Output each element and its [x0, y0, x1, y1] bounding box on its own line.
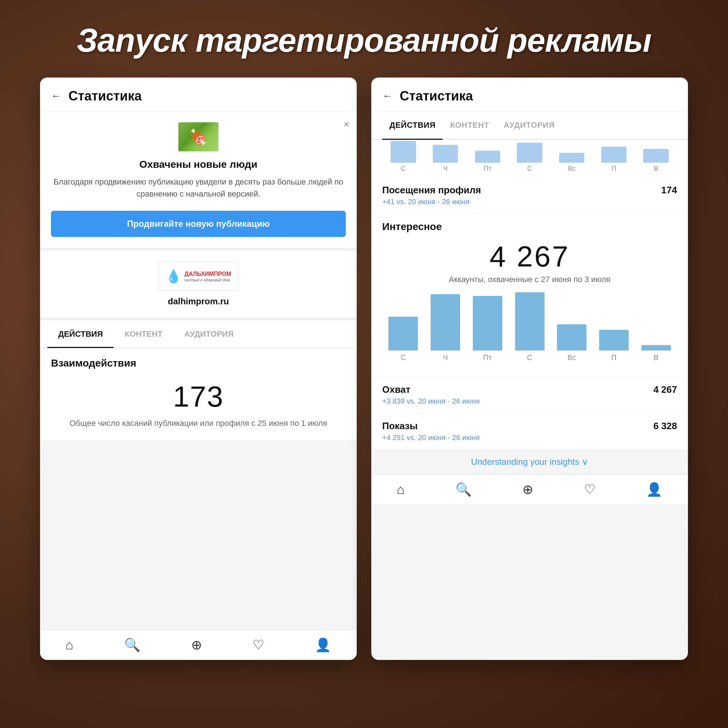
top-bar-label: Вс	[568, 165, 575, 173]
top-bar-col: Ч	[424, 145, 466, 173]
nav-profile-2[interactable]: 👤	[646, 482, 662, 497]
top-chart: СЧПтСВсПВ	[371, 140, 688, 177]
reach-bar-col: Ч	[424, 294, 466, 362]
promo-image: 🍖	[178, 122, 219, 151]
screen-header-1: ← Статистика	[40, 78, 357, 112]
company-logo-inner: 💧 ДАЛЬХИМПРОМ чистый и здоровый дом	[166, 269, 231, 284]
interactions-section: Взаимодействия 173 Общее число касаний п…	[40, 348, 357, 440]
interactions-description: Общее число касаний публикации или профи…	[40, 417, 357, 429]
profile-visits-row: Посещения профиля 174 +41 vs. 20 июня - …	[371, 177, 688, 214]
tab-content-2[interactable]: КОНТЕНТ	[443, 112, 496, 139]
reach-bar-label: Вс	[567, 353, 576, 362]
top-bar	[391, 141, 416, 163]
nav-home-2[interactable]: ⌂	[397, 482, 405, 497]
nav-search-1[interactable]: 🔍	[124, 637, 141, 653]
reach-bar	[431, 294, 460, 350]
profile-visits-title: Посещения профиля 174	[382, 185, 677, 196]
top-bar	[643, 149, 668, 163]
reach-bar	[557, 324, 586, 350]
nav-add-1[interactable]: ⊕	[191, 637, 202, 653]
nav-profile-1[interactable]: 👤	[315, 637, 331, 653]
reach-bar	[388, 317, 418, 350]
bottom-nav-2: ⌂ 🔍 ⊕ ♡ 👤	[371, 474, 688, 505]
phones-container: ← Статистика × 🍖 Охвачены новые люди Бла…	[0, 78, 728, 660]
top-bar-label: П	[612, 165, 616, 173]
reach-bar-col: Вс	[551, 324, 593, 362]
impressions-stat-row: Показы 6 328 +4 251 vs. 20 июня - 26 июн…	[371, 413, 688, 450]
top-bar-col: В	[635, 149, 677, 173]
reach-bar-label: С	[527, 353, 532, 362]
promo-heading: Охвачены новые люди	[51, 159, 346, 170]
reach-number: 4 267	[382, 240, 677, 273]
company-section: 💧 ДАЛЬХИМПРОМ чистый и здоровый дом dalh…	[40, 251, 357, 320]
reach-stat-row: Охват 4 267 +3 839 vs. 20 июня - 26 июня	[371, 377, 688, 413]
top-bar-label: Ч	[444, 165, 448, 173]
screen-header-2: ← Статистика	[371, 78, 688, 112]
tab-actions-2[interactable]: ДЕЙСТВИЯ	[382, 112, 443, 139]
promote-button[interactable]: Продвигайте новую публикацию	[51, 211, 346, 237]
back-arrow-1[interactable]: ←	[51, 90, 61, 102]
profile-visits-value: 174	[661, 185, 677, 196]
top-bar-label: Пт	[484, 165, 491, 173]
reach-bar-col: С	[382, 317, 424, 362]
top-bar	[433, 145, 458, 163]
nav-like-2[interactable]: ♡	[584, 482, 595, 497]
top-bar-label: С	[401, 165, 405, 173]
company-subtitle: чистый и здоровый дом	[185, 278, 231, 282]
tab-audience-2[interactable]: АУДИТОРИЯ	[497, 112, 562, 139]
company-url[interactable]: dalhimprom.ru	[168, 296, 229, 306]
top-bar	[559, 153, 584, 163]
close-button[interactable]: ×	[344, 119, 349, 130]
top-bar-label: С	[528, 165, 532, 173]
back-arrow-2[interactable]: ←	[382, 90, 392, 102]
reach-stat-title: Охват 4 267	[382, 384, 677, 395]
reach-stat-label: Охват	[382, 384, 411, 395]
nav-search-2[interactable]: 🔍	[455, 482, 472, 497]
page-title: Запуск таргетированной рекламы	[0, 0, 728, 78]
reach-stat-value: 4 267	[653, 384, 677, 395]
nav-home-1[interactable]: ⌂	[66, 637, 73, 653]
top-bar	[601, 147, 626, 163]
reach-bar-col: Пт	[466, 296, 509, 362]
reach-description: Аккаунты, охваченные с 27 июня по 3 июля	[382, 273, 677, 285]
company-name: ДАЛЬХИМПРОМ	[185, 271, 231, 277]
profile-visits-label: Посещения профиля	[382, 185, 481, 196]
reach-bar-label: П	[611, 353, 616, 362]
reach-bar-col: С	[509, 292, 551, 362]
reach-stat-comparison: +3 839 vs. 20 июня - 26 июня	[382, 397, 677, 405]
tabs-bar-2: ДЕЙСТВИЯ КОНТЕНТ АУДИТОРИЯ	[371, 112, 688, 140]
interactions-number: 173	[40, 373, 357, 417]
reach-bar-label: Пт	[483, 353, 492, 362]
reach-bar	[473, 296, 502, 350]
reach-bar-label: С	[401, 353, 406, 362]
interactions-title: Взаимодействия	[40, 348, 357, 373]
reach-bar	[599, 330, 629, 350]
top-bar-col: Пт	[466, 151, 509, 173]
reach-bar-label: В	[654, 353, 658, 362]
tab-audience-1[interactable]: АУДИТОРИЯ	[173, 320, 244, 348]
reach-section-title: Интересное	[382, 221, 677, 232]
profile-visits-comparison: +41 vs. 20 июня - 26 июня	[382, 198, 677, 206]
reach-bar-col: В	[635, 345, 677, 362]
tab-actions-1[interactable]: ДЕЙСТВИЯ	[47, 320, 113, 348]
understanding-link[interactable]: Understanding your insights ∨	[371, 450, 688, 474]
top-bar-col: Вс	[551, 153, 593, 173]
nav-like-1[interactable]: ♡	[252, 637, 264, 653]
reach-bars-row: СЧПтСВсПВ	[382, 296, 677, 362]
impressions-stat-comparison: +4 251 vs. 20 июня - 26 июня	[382, 434, 677, 442]
impressions-stat-label: Показы	[382, 421, 418, 432]
top-bar-label: В	[654, 165, 658, 173]
screen-title-1: Статистика	[69, 89, 142, 104]
reach-bar-label: Ч	[443, 353, 448, 362]
top-bar	[517, 143, 542, 163]
impressions-stat-title: Показы 6 328	[382, 421, 677, 432]
tab-content-1[interactable]: КОНТЕНТ	[113, 320, 173, 348]
phone-screen-1: ← Статистика × 🍖 Охвачены новые люди Бла…	[40, 78, 357, 660]
reach-section: Интересное 4 267 Аккаунты, охваченные с …	[371, 214, 688, 377]
nav-add-2[interactable]: ⊕	[522, 482, 533, 497]
phone-screen-2: ← Статистика ДЕЙСТВИЯ КОНТЕНТ АУДИТОРИЯ …	[371, 78, 688, 660]
screen-title-2: Статистика	[400, 89, 473, 104]
reach-bar	[641, 345, 671, 350]
company-logo: 💧 ДАЛЬХИМПРОМ чистый и здоровый дом	[158, 262, 239, 291]
company-name-block: ДАЛЬХИМПРОМ чистый и здоровый дом	[185, 271, 231, 282]
